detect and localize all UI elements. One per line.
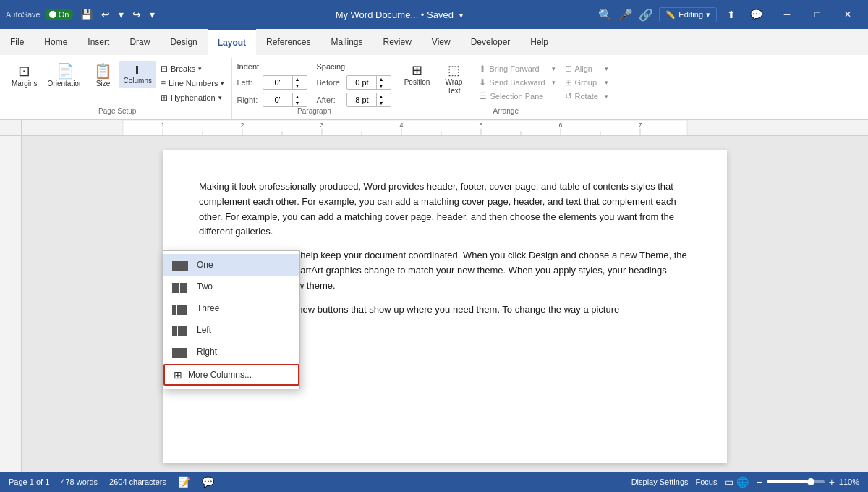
send-backward-label: Send Backward	[489, 78, 545, 87]
focus-button[interactable]: Focus	[696, 478, 718, 486]
right-indent-down[interactable]: ▼	[293, 100, 301, 106]
left-indent-down[interactable]: ▼	[293, 82, 301, 89]
save-icon[interactable]: 💾	[77, 7, 95, 22]
customize-qa-icon[interactable]: ▾	[147, 7, 158, 22]
group-button[interactable]: ⊞ Group	[561, 76, 603, 89]
tab-home[interactable]: Home	[34, 29, 77, 55]
bring-forward-label: Bring Forward	[489, 64, 539, 73]
rotate-button[interactable]: ↺ Rotate	[561, 90, 603, 103]
tab-file[interactable]: File	[0, 29, 34, 55]
share-icon[interactable]: 🔗	[639, 8, 653, 22]
column-option-one[interactable]: One	[163, 254, 299, 276]
right-indent-input[interactable]: ▲ ▼	[263, 93, 307, 107]
before-field[interactable]	[347, 78, 376, 87]
comments-icon[interactable]: 💬	[746, 6, 767, 23]
zoom-minus-button[interactable]: −	[756, 476, 762, 488]
status-bar-right: Display Settings Focus ▭ 🌐 − + 110%	[631, 476, 859, 488]
zoom-plus-button[interactable]: +	[829, 476, 835, 488]
arrange-label: Arrange	[401, 107, 610, 117]
doc-paragraph-1: Making it look professionally produced, …	[199, 179, 691, 239]
tab-help[interactable]: Help	[520, 29, 558, 55]
columns-dropdown: One Two Three	[163, 250, 300, 389]
align-button[interactable]: ⊡ Align	[561, 62, 603, 75]
editing-button[interactable]: ✏️ Editing ▾	[659, 7, 717, 22]
position-icon: ⊞	[412, 64, 422, 77]
before-up[interactable]: ▲	[377, 76, 385, 82]
title-bar-left: AutoSave On 💾 ↩ ▾ ↪ ▾	[6, 7, 200, 22]
tab-review[interactable]: Review	[373, 29, 421, 55]
send-backward-button[interactable]: ⬇ Send Backward	[475, 76, 549, 89]
tab-developer[interactable]: Developer	[461, 29, 521, 55]
before-down[interactable]: ▼	[377, 82, 385, 89]
column-option-three[interactable]: Three	[163, 297, 299, 319]
rotate-dropdown[interactable]: ▾	[603, 93, 610, 100]
right-indent-field[interactable]	[263, 96, 292, 104]
maximize-button[interactable]: □	[803, 4, 832, 25]
undo-icon[interactable]: ↩	[98, 7, 113, 22]
breaks-button[interactable]: ⊟ Breaks▾	[158, 62, 228, 75]
track-changes-icon[interactable]: 📝	[178, 476, 190, 488]
more-columns-button[interactable]: ⊞ More Columns...	[163, 364, 299, 386]
size-button[interactable]: 📋 Size	[89, 61, 118, 91]
column-option-left[interactable]: Left	[163, 319, 299, 341]
tab-references[interactable]: References	[256, 29, 320, 55]
tab-draw[interactable]: Draw	[119, 29, 160, 55]
close-button[interactable]: ✕	[833, 4, 862, 25]
tab-layout[interactable]: Layout	[208, 29, 256, 55]
title-dropdown-icon[interactable]: ▾	[459, 12, 463, 20]
align-dropdown[interactable]: ▾	[603, 65, 610, 72]
column-option-right[interactable]: Right	[163, 341, 299, 362]
columns-button[interactable]: ⫿ Columns	[119, 61, 156, 88]
before-input[interactable]: ▲ ▼	[346, 75, 391, 90]
search-icon[interactable]: 🔍	[598, 8, 613, 22]
dictate-icon[interactable]: 🎤	[618, 8, 633, 22]
after-up[interactable]: ▲	[377, 93, 385, 100]
autosave-toggle[interactable]: On	[45, 9, 74, 20]
display-settings-button[interactable]: Display Settings	[631, 478, 689, 486]
after-input[interactable]: ▲ ▼	[346, 93, 391, 107]
editing-dropdown[interactable]: ▾	[706, 10, 710, 20]
hyphenation-button[interactable]: ⊞ Hyphenation▾	[158, 91, 228, 104]
three-column-icon	[172, 302, 190, 315]
send-backward-dropdown[interactable]: ▾	[550, 79, 558, 86]
after-down[interactable]: ▼	[377, 100, 385, 106]
undo-dropdown-icon[interactable]: ▾	[116, 7, 127, 22]
bring-forward-dropdown[interactable]: ▾	[550, 65, 558, 72]
group-dropdown[interactable]: ▾	[603, 79, 610, 86]
autosave-label: AutoSave	[6, 10, 41, 19]
bring-forward-button[interactable]: ⬆ Bring Forward	[475, 62, 549, 75]
margins-button[interactable]: ⊡ Margins	[7, 61, 42, 91]
orientation-icon: 📄	[56, 64, 75, 78]
selection-pane-button[interactable]: ☰ Selection Pane	[475, 90, 557, 103]
wrap-text-button[interactable]: ⬚ WrapText	[435, 61, 472, 98]
share-button[interactable]: ⬆	[723, 6, 740, 23]
minimize-button[interactable]: ─	[773, 4, 801, 25]
web-layout-view-button[interactable]: 🌐	[736, 476, 749, 488]
column-option-two[interactable]: Two	[163, 276, 299, 297]
print-layout-view-button[interactable]: ▭	[724, 476, 733, 488]
orientation-button[interactable]: 📄 Orientation	[43, 61, 88, 91]
left-indent-input[interactable]: ▲ ▼	[263, 75, 307, 90]
redo-icon[interactable]: ↪	[129, 7, 144, 22]
comments-count-icon[interactable]: 💬	[202, 476, 214, 488]
position-button[interactable]: ⊞ Position	[401, 61, 433, 90]
svg-text:7: 7	[638, 122, 642, 130]
line-numbers-button[interactable]: ≡ Line Numbers▾	[158, 77, 228, 90]
zoom-slider[interactable]	[767, 480, 825, 483]
tab-mailings[interactable]: Mailings	[320, 29, 373, 55]
rotate-label: Rotate	[575, 92, 598, 101]
editing-icon: ✏️	[665, 10, 676, 20]
after-field[interactable]	[347, 96, 376, 104]
selection-pane-icon: ☰	[479, 91, 487, 101]
tab-design[interactable]: Design	[160, 29, 207, 55]
view-buttons: ▭ 🌐	[724, 476, 749, 488]
tab-view[interactable]: View	[422, 29, 461, 55]
character-count: 2604 characters	[109, 478, 166, 486]
three-column-label: Three	[197, 303, 219, 313]
tab-insert[interactable]: Insert	[77, 29, 119, 55]
autosave-state: On	[59, 10, 69, 19]
ribbon: File Home Insert Draw Design Layout Refe…	[0, 29, 868, 120]
left-indent-up[interactable]: ▲	[293, 76, 301, 82]
right-indent-up[interactable]: ▲	[293, 93, 301, 100]
left-indent-field[interactable]	[263, 78, 292, 87]
